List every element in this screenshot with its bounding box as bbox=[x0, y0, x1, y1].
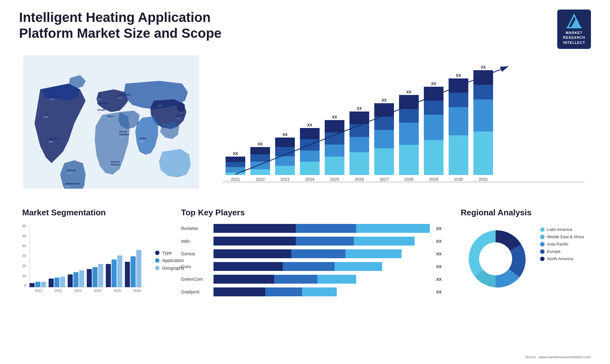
svg-text:FRANCE: FRANCE bbox=[97, 102, 108, 105]
bar-label-2026: 2026 bbox=[355, 177, 364, 182]
player-greencom: GreenCom XX bbox=[181, 275, 442, 284]
player-value-genius: XX bbox=[436, 252, 442, 256]
svg-text:xx%: xx% bbox=[65, 185, 70, 188]
legend-type-dot bbox=[155, 251, 159, 255]
player-value-guru: XX bbox=[436, 264, 442, 269]
seg-group-2026 bbox=[125, 250, 141, 287]
players-title: Top Key Players bbox=[181, 208, 442, 218]
seg-app-2023 bbox=[73, 272, 78, 287]
svg-text:xx%: xx% bbox=[111, 166, 114, 169]
bar-value-2028: XX bbox=[406, 90, 411, 94]
bar-value-2022: XX bbox=[258, 142, 263, 146]
seg-type-2023 bbox=[68, 274, 73, 287]
bar-group-2026: XX 2026 bbox=[349, 106, 369, 182]
seg-type-2022 bbox=[49, 279, 54, 287]
player-bar-genius bbox=[214, 249, 430, 258]
bar-group-2021: XX 2021 bbox=[226, 152, 245, 182]
logo-area: MARKET RESEARCH INTELLECT bbox=[557, 10, 591, 49]
bar-group-2028: XX 2028 bbox=[399, 90, 419, 182]
player-bar-guru-seg1 bbox=[214, 262, 283, 271]
player-bar-guru-seg3 bbox=[335, 262, 382, 271]
player-bar-gradyent-seg1 bbox=[214, 287, 265, 296]
player-tado: tado XX bbox=[181, 237, 442, 246]
seg-geo-2024 bbox=[98, 264, 103, 287]
seg-app-2021 bbox=[35, 282, 40, 287]
svg-text:xx%: xx% bbox=[118, 97, 122, 99]
seg-geo-2025 bbox=[117, 255, 122, 287]
player-value-runwise: XX bbox=[436, 226, 442, 231]
player-bar-runwise-seg2 bbox=[296, 224, 356, 233]
svg-text:MEXICO: MEXICO bbox=[49, 138, 59, 140]
legend-me-dot bbox=[540, 235, 545, 239]
bar-label-2028: 2028 bbox=[404, 177, 414, 182]
seg-geo-2026 bbox=[136, 250, 141, 287]
svg-text:xx%: xx% bbox=[67, 172, 71, 175]
regional-section: Regional Analysis bbox=[458, 205, 591, 300]
seg-group-2023 bbox=[68, 270, 84, 287]
players-section: Top Key Players Runwise XX ta bbox=[178, 205, 445, 300]
svg-text:xx%: xx% bbox=[158, 104, 162, 107]
svg-text:U.S.: U.S. bbox=[44, 113, 49, 116]
player-bar-greencom-seg2 bbox=[274, 275, 317, 284]
legend-north-america: North America bbox=[540, 256, 584, 261]
svg-text:xx%: xx% bbox=[139, 140, 143, 142]
svg-text:AFRICA: AFRICA bbox=[111, 163, 120, 166]
bar-chart-area: XX 2021 XX bbox=[222, 68, 585, 182]
bar-group-2027: XX 2027 bbox=[374, 98, 394, 182]
bar-group-2029: XX 2029 bbox=[424, 82, 444, 182]
seg-type-2021 bbox=[30, 283, 35, 287]
svg-text:xx%: xx% bbox=[177, 117, 180, 119]
player-bar-genius-seg1 bbox=[214, 249, 291, 258]
bar-group-2023: XX 2023 bbox=[275, 132, 295, 182]
svg-text:ITALY: ITALY bbox=[107, 115, 114, 118]
bar-value-2029: XX bbox=[431, 82, 436, 86]
svg-text:xx%: xx% bbox=[44, 116, 48, 118]
svg-text:ARGENTINA: ARGENTINA bbox=[65, 182, 80, 185]
header: Intelligent Heating Application Platform… bbox=[19, 10, 591, 49]
svg-text:xx%: xx% bbox=[97, 98, 101, 100]
bar-label-2030: 2030 bbox=[454, 177, 463, 182]
page-container: Intelligent Heating Application Platform… bbox=[0, 0, 610, 364]
player-bar-genius-seg3 bbox=[345, 249, 402, 258]
bar-value-2030: XX bbox=[456, 73, 461, 78]
svg-text:U.K.: U.K. bbox=[97, 95, 102, 98]
bar-chart-section: XX 2021 XX bbox=[216, 55, 591, 195]
legend-latin-label: Latin America bbox=[547, 227, 572, 232]
player-name-gradyent: Gradyent bbox=[181, 289, 210, 294]
svg-text:xx%: xx% bbox=[97, 105, 101, 107]
player-bar-tado-seg3 bbox=[354, 237, 415, 246]
player-bar-runwise-seg3 bbox=[356, 224, 430, 233]
svg-text:SAUDI: SAUDI bbox=[119, 130, 127, 133]
bar-value-2023: XX bbox=[282, 132, 288, 137]
player-bar-gradyent bbox=[214, 287, 430, 296]
bar-group-2030: XX 2030 bbox=[449, 73, 468, 182]
segmentation-section: Market Segmentation 0 10 20 30 40 50 60 bbox=[19, 205, 165, 300]
logo-text: MARKET RESEARCH INTELLECT bbox=[563, 30, 585, 45]
player-bar-runwise-seg1 bbox=[214, 224, 296, 233]
svg-point-38 bbox=[479, 242, 512, 275]
player-bar-guru bbox=[214, 262, 430, 271]
world-map-section: CANADA xx% U.S. xx% MEXICO xx% BRAZIL xx… bbox=[19, 55, 203, 195]
legend-me-label: Middle East & Africa bbox=[547, 234, 584, 239]
seg-app-2026 bbox=[131, 256, 136, 287]
legend-app-dot bbox=[155, 258, 159, 263]
bar-group-2025: XX 2025 bbox=[325, 115, 344, 182]
svg-text:xx%: xx% bbox=[49, 141, 53, 143]
donut-chart bbox=[461, 224, 531, 294]
bar-label-2023: 2023 bbox=[281, 177, 290, 182]
svg-text:BRAZIL: BRAZIL bbox=[67, 169, 77, 172]
bar-group-2031: XX 2031 bbox=[473, 65, 493, 182]
seg-app-2024 bbox=[92, 267, 98, 287]
player-bar-tado bbox=[214, 237, 430, 246]
seg-bars: 2021 2022 2023 2024 2025 2026 bbox=[29, 224, 146, 293]
legend-na-dot bbox=[540, 257, 545, 261]
player-bar-gradyent-seg3 bbox=[302, 287, 337, 296]
seg-group-2021 bbox=[30, 282, 46, 287]
bar-label-2029: 2029 bbox=[429, 177, 438, 182]
legend-eu-dot bbox=[540, 249, 545, 254]
bottom-grid: Market Segmentation 0 10 20 30 40 50 60 bbox=[19, 205, 591, 300]
seg-type-2026 bbox=[125, 262, 130, 287]
player-value-tado: XX bbox=[436, 239, 442, 244]
player-bar-genius-seg2 bbox=[291, 249, 345, 258]
player-bar-guru-seg2 bbox=[283, 262, 335, 271]
